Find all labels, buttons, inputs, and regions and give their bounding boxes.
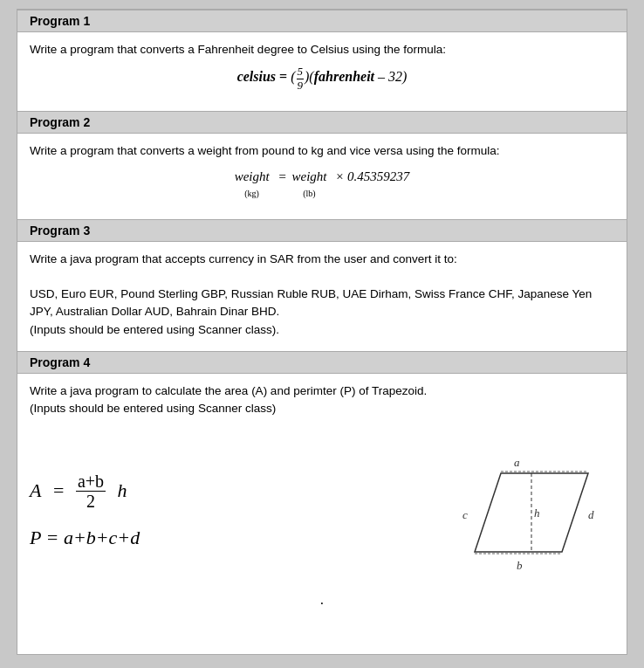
fahrenheit-formula: (fahrenheit – 32): [309, 70, 407, 85]
program4-body: Write a java program to calculate the ar…: [17, 374, 627, 430]
program1-desc: Write a program that converts a Fahrenhe…: [30, 41, 614, 59]
area-A-label: A: [30, 479, 41, 502]
weight-lb-group: weight (lb): [292, 167, 327, 200]
program4-header: Program 4: [17, 351, 627, 374]
program3-desc: Write a java program that accepts curren…: [30, 251, 614, 268]
area-formula: A = a+b 2 h: [30, 472, 405, 511]
area-equals: =: [48, 479, 68, 502]
label-a: a: [514, 456, 520, 469]
celsius-label: celsius: [237, 70, 276, 85]
program1-title: Program 1: [30, 14, 90, 28]
weight-multiplier: × 0.45359237: [332, 167, 410, 187]
program2-desc: Write a program that converts a weight f…: [30, 142, 614, 160]
trapezoid-section: A = a+b 2 h P = a+b+c+d a b: [17, 430, 627, 594]
program2-header: Program 2: [17, 111, 627, 134]
trapezoid-formulas: A = a+b 2 h P = a+b+c+d: [30, 472, 405, 549]
program4-title: Program 4: [30, 355, 90, 369]
label-c: c: [462, 508, 468, 521]
program2-title: Program 2: [30, 115, 90, 129]
celsius-formula: celsius = (59)(fahrenheit – 32): [30, 65, 614, 92]
label-b: b: [517, 559, 523, 572]
main-page: Program 1 Write a program that converts …: [17, 9, 627, 655]
area-h: h: [113, 479, 127, 502]
equals-sign: =: [279, 70, 291, 85]
weight-kg-sub: (kg): [244, 187, 259, 200]
weight-lb-label: weight: [292, 167, 327, 187]
program1-body: Write a program that converts a Fahrenhe…: [17, 32, 627, 111]
trapezoid-diagram: a b c d h: [422, 438, 614, 582]
program3-body: Write a java program that accepts curren…: [17, 242, 627, 351]
open-paren: (: [291, 70, 295, 85]
program4-inputs: (Inputs should be entered using Scanner …: [30, 400, 614, 417]
area-denominator: 2: [86, 492, 95, 511]
program2-body: Write a program that converts a weight f…: [17, 134, 627, 219]
program3-header: Program 3: [17, 219, 627, 242]
label-h: h: [534, 506, 540, 520]
weight-kg-group: weight (kg): [235, 167, 270, 200]
program3-inputs: (Inputs should be entered using Scanner …: [30, 321, 614, 339]
five-ninths-fraction: 59: [297, 65, 305, 92]
weight-lb-sub: (lb): [303, 187, 315, 200]
weight-formula: weight (kg) = weight (lb) × 0.45359237: [30, 167, 614, 200]
program3-title: Program 3: [30, 224, 90, 238]
weight-kg-label: weight: [235, 167, 270, 187]
program3-currencies: USD, Euro EUR, Pound Sterling GBP, Russi…: [30, 286, 614, 321]
label-d: d: [588, 508, 594, 521]
trapezoid-image: a b c d h: [422, 438, 614, 578]
perimeter-formula: P = a+b+c+d: [30, 527, 405, 549]
page-dot: •: [321, 600, 324, 608]
area-fraction: a+b 2: [76, 472, 106, 511]
weight-equals: =: [275, 167, 287, 187]
area-numerator: a+b: [76, 472, 106, 492]
page-indicator: •: [17, 594, 627, 616]
program1-header: Program 1: [17, 10, 627, 32]
program4-desc: Write a java program to calculate the ar…: [30, 382, 614, 400]
perimeter-text: P = a+b+c+d: [30, 527, 140, 548]
